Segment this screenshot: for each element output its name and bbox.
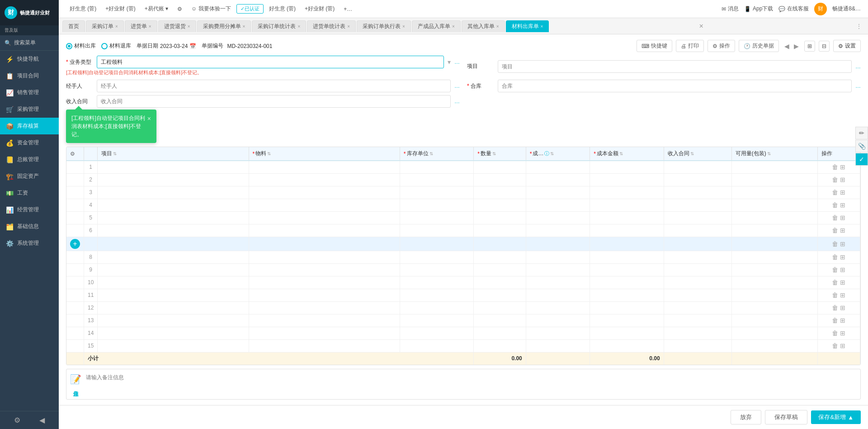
delete-row-btn[interactable]: 🗑 xyxy=(832,201,838,209)
right-panel-edit-btn[interactable]: ✏ xyxy=(855,127,868,139)
radio-material-return[interactable]: 材料退库 xyxy=(101,42,131,50)
tab-purchase-stats[interactable]: 采购订单统计表 × xyxy=(252,20,306,32)
handler-ellipsis[interactable]: … xyxy=(454,83,460,89)
topbar-agency[interactable]: +易代账 ▾ xyxy=(141,3,172,14)
sidebar-item-operations[interactable]: 📊经营管理 xyxy=(0,201,59,218)
warehouse-input[interactable] xyxy=(498,80,852,92)
delete-row-btn[interactable]: 🗑 xyxy=(832,176,838,183)
sidebar-item-system[interactable]: ⚙️系统管理 xyxy=(0,235,59,252)
right-panel-check-btn[interactable]: ✓ xyxy=(855,153,868,166)
tab-stock-return-close[interactable]: × xyxy=(188,24,190,29)
business-type-input[interactable] xyxy=(97,56,444,68)
sidebar-item-accounting[interactable]: 📒总账管理 xyxy=(0,151,59,168)
nav-next[interactable]: ▶ xyxy=(792,42,801,51)
copy-row-btn[interactable]: ⊞ xyxy=(840,163,845,171)
business-type-dropdown[interactable]: ▾ xyxy=(448,58,451,66)
project-input[interactable] xyxy=(498,60,852,73)
nav-prev[interactable]: ◀ xyxy=(783,42,791,51)
sidebar-item-sales[interactable]: 📈销售管理 xyxy=(0,84,59,101)
delete-row-btn[interactable]: 🗑 xyxy=(832,329,838,337)
active-cell-project[interactable] xyxy=(101,241,245,247)
tabbar-more-btn[interactable]: ⋮ xyxy=(854,23,864,29)
add-row-btn[interactable]: + xyxy=(70,239,80,249)
sidebar-item-inventory[interactable]: 📦库存核算 xyxy=(0,118,59,134)
sidebar-item-purchase[interactable]: 🛒采购管理 xyxy=(0,101,59,118)
topbar-app-download[interactable]: 📱 App下载 xyxy=(744,5,773,13)
business-type-ellipsis[interactable]: … xyxy=(454,59,460,65)
tab-purchase-fee-close[interactable]: × xyxy=(243,24,245,29)
cell-project[interactable] xyxy=(98,161,249,173)
calendar-icon[interactable]: 📅 xyxy=(189,43,196,49)
sidebar-item-payroll[interactable]: 💵工资 xyxy=(0,185,59,201)
discard-button[interactable]: 放弃 xyxy=(731,410,761,424)
tooltip-close[interactable]: × xyxy=(147,114,151,124)
copy-row-btn[interactable]: ⊞ xyxy=(840,189,845,196)
operations-btn[interactable]: ⚙ 操作 xyxy=(708,40,735,52)
tab-stock-in-close[interactable]: × xyxy=(149,24,151,29)
copy-row-btn[interactable]: ⊞ xyxy=(840,176,845,183)
delete-row-btn[interactable]: 🗑 xyxy=(832,291,838,299)
copy-row-btn[interactable]: ⊞ xyxy=(840,214,845,221)
delete-row-btn[interactable]: 🗑 xyxy=(832,214,838,221)
cell-cost[interactable] xyxy=(526,161,590,173)
delete-row-btn[interactable]: 🗑 xyxy=(832,227,838,234)
shortcut-btn[interactable]: ⌨ 快捷键 xyxy=(637,40,672,52)
tab-stock-return[interactable]: 进货退货 × xyxy=(158,20,196,32)
topbar-good-business-2[interactable]: 好生意 (菅) xyxy=(265,3,299,14)
history-btn[interactable]: 🕐 历史单据 xyxy=(739,40,779,52)
tab-stock-stats[interactable]: 进货单统计表 × xyxy=(307,20,356,32)
user-avatar[interactable]: 财 xyxy=(814,3,827,15)
copy-row-btn[interactable]: ⊞ xyxy=(840,201,845,209)
delete-row-btn[interactable]: 🗑 xyxy=(832,342,838,349)
tab-other-in-close[interactable]: × xyxy=(496,24,499,29)
delete-row-btn[interactable]: 🗑 xyxy=(832,253,838,261)
tab-stock-in[interactable]: 进货单 × xyxy=(125,20,157,32)
copy-row-btn[interactable]: ⊞ xyxy=(840,227,845,234)
sidebar-search[interactable]: 🔍 搜索菜单 xyxy=(0,35,59,51)
cell-material[interactable] xyxy=(249,161,400,173)
tab-finished-goods-close[interactable]: × xyxy=(452,24,455,29)
save-new-button[interactable]: 保存&新增 ▲ xyxy=(811,410,861,424)
topbar-good-finance[interactable]: +好业财 (菅) xyxy=(102,3,139,14)
settings-icon[interactable]: ⚙ xyxy=(14,416,20,424)
active-cell-material[interactable] xyxy=(253,241,396,247)
topbar-good-business[interactable]: 好生意 (菅) xyxy=(66,3,100,14)
tab-purchase-exec-close[interactable]: × xyxy=(402,24,405,29)
th-gear[interactable]: ⚙ xyxy=(66,147,84,161)
gear-icon[interactable]: ⚙ xyxy=(70,151,75,157)
delete-row-btn[interactable]: 🗑 xyxy=(832,163,838,171)
sidebar-item-shortcut[interactable]: ⚡快捷导航 xyxy=(0,51,59,67)
view-toggle-2[interactable]: ⊟ xyxy=(819,41,830,52)
income-contract-ellipsis[interactable]: … xyxy=(454,98,460,105)
delete-row-btn[interactable]: 🗑 xyxy=(832,317,838,324)
copy-row-btn[interactable]: ⊞ xyxy=(840,266,845,273)
topbar-user-name[interactable]: 畅捷通8&… xyxy=(832,5,861,13)
tab-finished-goods[interactable]: 产成品入库单 × xyxy=(412,20,461,32)
topbar-more[interactable]: +… xyxy=(340,4,356,14)
copy-row-btn[interactable]: ⊞ xyxy=(840,329,845,337)
tab-material-out[interactable]: 材料出库单 × xyxy=(506,20,549,32)
handler-input[interactable] xyxy=(97,80,451,92)
tab-home[interactable]: 首页 xyxy=(62,20,85,32)
remarks-input[interactable] xyxy=(85,373,857,396)
tab-purchase-stats-close[interactable]: × xyxy=(297,24,300,29)
tab-purchase-order-close[interactable]: × xyxy=(115,24,118,29)
tab-stock-stats-close[interactable]: × xyxy=(347,24,350,29)
copy-row-btn[interactable]: ⊞ xyxy=(840,291,845,299)
delete-row-btn[interactable]: 🗑 xyxy=(832,266,838,273)
sidebar-item-finance[interactable]: 💰资金管理 xyxy=(0,134,59,151)
collapse-icon[interactable]: ◀ xyxy=(39,416,45,424)
radio-material-out[interactable]: 材料出库 xyxy=(66,42,96,50)
copy-row-btn[interactable]: ⊞ xyxy=(840,253,845,261)
copy-row-btn[interactable]: ⊞ xyxy=(840,342,845,349)
sidebar-item-basic_info[interactable]: 🗂️基础信息 xyxy=(0,218,59,235)
cell-cost-amount[interactable] xyxy=(590,161,664,173)
topbar-online-service[interactable]: 💬 在线客服 xyxy=(778,5,809,13)
print-btn[interactable]: 🖨 打印 xyxy=(676,40,704,52)
income-contract-input[interactable] xyxy=(97,95,451,108)
settings-form-btn[interactable]: ⚙ 设置 xyxy=(833,40,861,52)
copy-row-btn[interactable]: ⊞ xyxy=(840,279,845,286)
topbar-settings-icon[interactable]: ⚙ xyxy=(174,4,186,14)
tab-purchase-fee[interactable]: 采购费用分摊单 × xyxy=(197,20,251,32)
tabbar-close-btn[interactable]: × xyxy=(697,22,706,30)
